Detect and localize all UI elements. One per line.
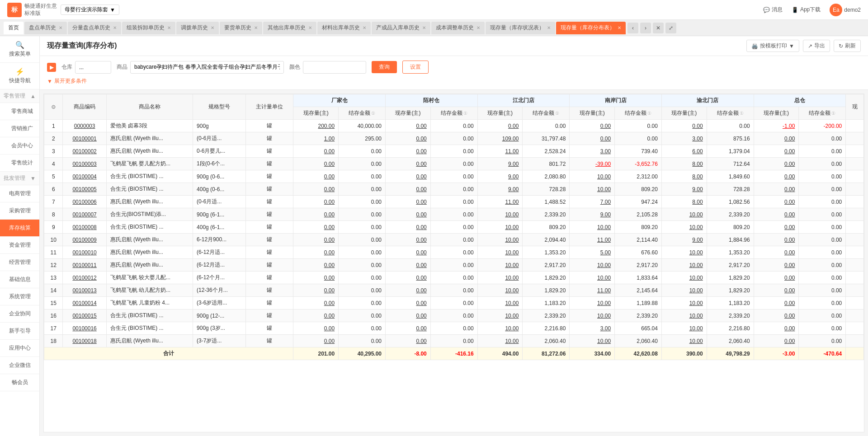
cell-total-qty[interactable]: 0.00 [754,145,799,158]
cell-g5-qty[interactable]: 9.00 [661,183,707,196]
cell-g3-qty[interactable]: 10.00 [477,259,523,272]
tab-next-btn[interactable]: › [640,23,651,33]
cell-g1-qty[interactable]: 0.00 [293,158,339,170]
info-icon[interactable]: ① [555,111,559,116]
expand-toggle[interactable]: ▼ 展开更多条件 [47,77,861,85]
tab-prev-btn[interactable]: ‹ [627,23,638,33]
cell-g5-qty[interactable]: 10.00 [661,335,707,347]
cell-g1-qty[interactable]: 0.00 [293,221,339,234]
sidebar-item-bizmanage[interactable]: 经营管理 [0,254,39,271]
cell-g2-qty[interactable]: 0.00 [386,145,431,158]
sidebar-item-purchase[interactable]: 采购管理 [0,202,39,220]
sidebar-item-basicinfo[interactable]: 基础信息 [0,271,39,288]
cell-g1-qty[interactable]: 0.00 [293,208,339,221]
cell-g1-qty[interactable]: 200.00 [293,120,339,132]
sidebar-section-retail[interactable]: 零售管理 ▲ [0,89,39,103]
sidebar-item-retailshop[interactable]: 零售商城 [0,103,39,120]
tab-maximize-btn[interactable]: ⤢ [665,23,676,33]
close-icon[interactable]: ✕ [476,25,480,30]
cell-g3-qty[interactable]: 10.00 [477,208,523,221]
cell-g2-qty[interactable]: 0.00 [386,208,431,221]
sidebar-item-quicknav[interactable]: ⚡ 快捷导航 [0,63,39,89]
tab-close-btn[interactable]: ✕ [653,23,664,33]
cell-g2-qty[interactable]: 0.00 [386,221,431,234]
cell-g2-qty[interactable]: 0.00 [386,335,431,347]
cell-g2-qty[interactable]: 0.00 [386,284,431,297]
cell-g1-qty[interactable]: 0.00 [293,145,339,158]
cell-g1-qty[interactable]: 0.00 [293,234,339,246]
sidebar-item-marketing[interactable]: 营销推广 [0,120,39,137]
cell-g1-qty[interactable]: 0.00 [293,170,339,183]
cell-g3-qty[interactable]: 11.00 [477,196,523,208]
cell-g4-qty[interactable]: 3.00 [570,145,615,158]
cell-g2-qty[interactable]: 0.00 [386,272,431,284]
cell-g5-qty[interactable]: 9.00 [661,234,707,246]
cell-g4-qty[interactable]: 10.00 [570,170,615,183]
cell-g2-qty[interactable]: 0.00 [386,196,431,208]
info-icon[interactable]: ① [647,111,651,116]
cell-code[interactable]: 00100011 [63,259,106,272]
expand-btn[interactable]: ▶ [47,63,56,72]
cell-total-qty[interactable]: 0.00 [754,322,799,335]
cell-g2-qty[interactable]: 0.00 [386,259,431,272]
tab-home[interactable]: 首页 [4,22,24,34]
cell-total-qty[interactable]: 0.00 [754,246,799,259]
tab-3[interactable]: 组装拆卸单历史 ✕ [122,22,175,34]
app-download-btn[interactable]: 📱 App下载 [792,6,821,14]
tab-2[interactable]: 分量盘点单历史 ✕ [68,22,121,34]
cell-code[interactable]: 00100013 [63,284,106,297]
cell-total-qty[interactable]: 0.00 [754,170,799,183]
close-icon[interactable]: ✕ [618,25,621,30]
cell-total-qty[interactable]: 0.00 [754,221,799,234]
cell-g4-qty[interactable]: 10.00 [570,183,615,196]
goods-input[interactable] [130,61,284,74]
tab-11-active[interactable]: 现存量（库存分布表） ✕ [556,22,626,34]
cell-g5-qty[interactable]: 10.00 [661,208,707,221]
gear-icon[interactable]: ⚙ [51,104,56,110]
color-input[interactable] [303,61,366,74]
cell-g2-qty[interactable]: 0.00 [386,120,431,132]
cell-g1-qty[interactable]: 0.00 [293,309,339,322]
export-btn[interactable]: ↗ 导出 [803,40,830,52]
tab-6[interactable]: 其他出库单历史 ✕ [263,22,316,34]
cell-g1-qty[interactable]: 0.00 [293,322,339,335]
cell-g4-qty[interactable]: 11.00 [570,234,615,246]
cell-g2-qty[interactable]: 0.00 [386,309,431,322]
cell-total-qty[interactable]: -1.00 [754,120,799,132]
cell-g3-qty[interactable]: 0.00 [477,120,523,132]
cell-code[interactable]: 00100016 [63,322,106,335]
cell-code[interactable]: 00100018 [63,335,106,347]
cell-g1-qty[interactable]: 0.00 [293,183,339,196]
cell-g2-qty[interactable]: 0.00 [386,158,431,170]
cell-g4-qty[interactable]: -39.00 [570,158,615,170]
cell-total-qty[interactable]: 0.00 [754,132,799,145]
query-button[interactable]: 查询 [372,61,397,73]
tab-10[interactable]: 现存量（库存状况表） ✕ [486,22,555,34]
cell-g2-qty[interactable]: 0.00 [386,297,431,309]
cell-g1-qty[interactable]: 0.00 [293,284,339,297]
cell-g3-qty[interactable]: 109.00 [477,132,523,145]
cell-g3-qty[interactable]: 10.00 [477,272,523,284]
info-icon[interactable]: ① [740,111,744,116]
cell-total-qty[interactable]: 0.00 [754,259,799,272]
info-icon[interactable]: ① [831,111,835,116]
cell-code[interactable]: 00100009 [63,234,106,246]
info-icon[interactable]: ① [463,111,467,116]
refresh-btn[interactable]: ↻ 刷新 [834,40,861,52]
sidebar-item-sysmanage[interactable]: 系统管理 [0,288,39,305]
info-icon[interactable]: ① [371,111,375,116]
cell-g1-qty[interactable]: 0.00 [293,272,339,284]
cell-g4-qty[interactable]: 10.00 [570,309,615,322]
cell-g2-qty[interactable]: 0.00 [386,246,431,259]
cell-code[interactable]: 00100004 [63,170,106,183]
cell-g5-qty[interactable]: 10.00 [661,309,707,322]
cell-g4-qty[interactable]: 11.00 [570,284,615,297]
close-icon[interactable]: ✕ [363,25,366,30]
cell-code[interactable]: 00100015 [63,309,106,322]
cell-g5-qty[interactable]: 10.00 [661,259,707,272]
tab-5[interactable]: 要货单历史 ✕ [220,22,262,34]
cell-total-qty[interactable]: 0.00 [754,234,799,246]
cell-total-qty[interactable]: 0.00 [754,284,799,297]
sidebar-item-ecommerce[interactable]: 电商管理 [0,185,39,202]
sidebar-item-appcenter[interactable]: 应用中心 [0,340,39,357]
